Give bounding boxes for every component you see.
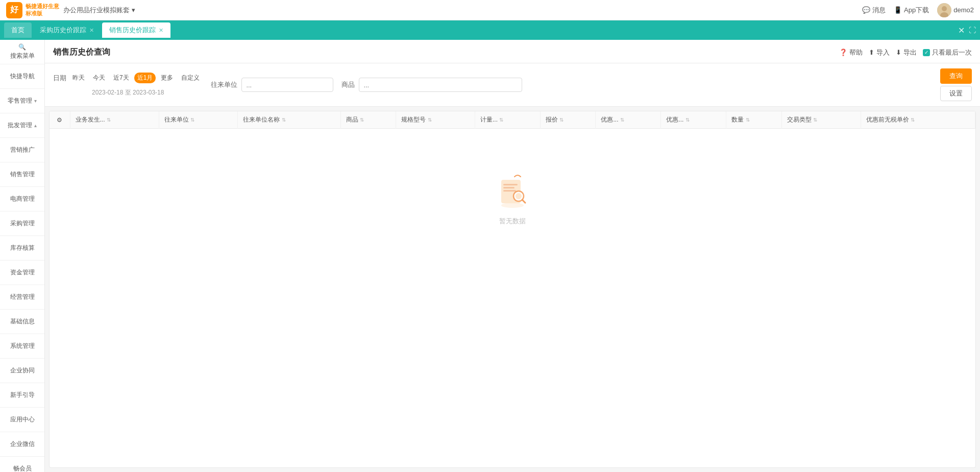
empty-text: 暂无数据 xyxy=(499,217,526,226)
content-area: 销售历史价查询 ❓ 帮助 ⬆ 导入 ⬇ 导出 ✓ 只看最后一次 xyxy=(45,40,980,472)
tabbar: 首页 采购历史价跟踪 ✕ 销售历史价跟踪 ✕ ✕ ⛶ xyxy=(0,20,980,40)
sidebar-item-ecommerce[interactable]: 电商管理 xyxy=(0,187,44,211)
table-header: ⚙ 业务发生... ⇅ 往来单位 ⇅ 往来单位名称 ⇅ xyxy=(50,111,975,129)
logo-icon: 好 xyxy=(6,2,22,18)
th-unit[interactable]: 计量... ⇅ xyxy=(475,111,541,129)
app-selector[interactable]: 办公用品行业模拟账套 ▾ xyxy=(63,6,135,15)
sort-icon[interactable]: ⇅ xyxy=(911,117,915,123)
sidebar-item-basic-info[interactable]: 基础信息 xyxy=(0,310,44,334)
empty-state: 暂无数据 xyxy=(50,129,975,267)
date-btn-yesterday[interactable]: 昨天 xyxy=(69,73,88,83)
help-button[interactable]: ❓ 帮助 xyxy=(839,48,863,57)
partner-input[interactable] xyxy=(241,78,333,92)
sort-icon[interactable]: ⇅ xyxy=(360,117,364,123)
th-discount1[interactable]: 优惠... ⇅ xyxy=(596,111,661,129)
sidebar-item-finance[interactable]: 资金管理 xyxy=(0,261,44,285)
th-quantity[interactable]: 数量 ⇅ xyxy=(726,111,782,129)
svg-rect-6 xyxy=(503,187,514,188)
sidebar-item-purchase-mgmt[interactable]: 采购管理 xyxy=(0,211,44,236)
tabbar-actions: ✕ ⛶ xyxy=(958,26,976,35)
chevron-down-icon: ▾ xyxy=(34,98,37,104)
sidebar-item-wholesale[interactable]: 批发管理 ▴ xyxy=(0,113,44,138)
sort-icon[interactable]: ⇅ xyxy=(620,117,624,123)
sidebar-item-guide[interactable]: 新手引导 xyxy=(0,383,44,408)
header-actions: ❓ 帮助 ⬆ 导入 ⬇ 导出 ✓ 只看最后一次 xyxy=(839,48,972,57)
data-table: ⚙ 业务发生... ⇅ 往来单位 ⇅ 往来单位名称 ⇅ xyxy=(50,111,975,267)
tab-purchase[interactable]: 采购历史价跟踪 ✕ xyxy=(33,22,101,38)
date-btn-custom[interactable]: 自定义 xyxy=(178,73,203,83)
date-btn-more[interactable]: 更多 xyxy=(158,73,176,83)
filter-bar: 日期 昨天 今天 近7天 近1月 更多 自定义 2023-02-18 至 202… xyxy=(45,63,980,107)
sort-icon[interactable]: ⇅ xyxy=(559,117,564,123)
chevron-up-icon: ▴ xyxy=(34,123,37,128)
table-body: 暂无数据 xyxy=(50,129,975,267)
sidebar-item-system[interactable]: 系统管理 xyxy=(0,334,44,359)
export-button[interactable]: ⬇ 导出 xyxy=(896,48,917,57)
import-button[interactable]: ⬆ 导入 xyxy=(869,48,890,57)
maximize-icon[interactable]: ⛶ xyxy=(969,26,976,34)
date-range: 2023-02-18 至 2023-03-18 xyxy=(92,88,164,97)
main-layout: 🔍 搜索菜单 快捷导航 零售管理 ▾ 批发管理 ▴ 营销推广 销售管理 电商管理… xyxy=(0,40,980,472)
only-last-checkbox[interactable]: ✓ 只看最后一次 xyxy=(923,48,972,57)
tab-sales[interactable]: 销售历史价跟踪 ✕ xyxy=(102,22,170,38)
sidebar-item-marketing[interactable]: 营销推广 xyxy=(0,138,44,162)
svg-point-3 xyxy=(501,203,524,208)
svg-point-1 xyxy=(942,6,947,11)
sidebar-item-search[interactable]: 🔍 搜索菜单 xyxy=(0,40,44,64)
sort-icon[interactable]: ⇅ xyxy=(282,117,286,123)
date-label: 日期 xyxy=(53,74,66,83)
goods-label: 商品 xyxy=(341,80,355,89)
tab-sales-close[interactable]: ✕ xyxy=(159,27,163,34)
sidebar-item-corp-wechat[interactable]: 企业微信 xyxy=(0,432,44,457)
table-area: ⚙ 业务发生... ⇅ 往来单位 ⇅ 往来单位名称 ⇅ xyxy=(49,111,976,468)
user-profile[interactable]: demo2 xyxy=(937,3,974,17)
th-spec[interactable]: 规格型号 ⇅ xyxy=(396,111,475,129)
sidebar-item-sales-mgmt[interactable]: 销售管理 xyxy=(0,162,44,187)
sort-icon[interactable]: ⇅ xyxy=(428,117,432,123)
goods-input[interactable] xyxy=(359,78,522,92)
sort-icon[interactable]: ⇅ xyxy=(685,117,690,123)
sort-icon[interactable]: ⇅ xyxy=(190,117,194,123)
svg-point-9 xyxy=(516,193,522,199)
date-btn-7days[interactable]: 近7天 xyxy=(110,73,132,83)
partner-label: 往来单位 xyxy=(211,80,237,89)
close-all-icon[interactable]: ✕ xyxy=(958,26,965,35)
svg-rect-7 xyxy=(503,190,516,192)
empty-icon xyxy=(492,170,533,210)
avatar xyxy=(937,3,951,17)
sidebar-item-quick-nav[interactable]: 快捷导航 xyxy=(0,64,44,89)
sort-icon[interactable]: ⇅ xyxy=(499,117,503,123)
message-item[interactable]: 💬 消息 xyxy=(862,6,886,15)
th-settings[interactable]: ⚙ xyxy=(50,111,70,129)
date-btn-1month[interactable]: 近1月 xyxy=(134,73,156,83)
sidebar-item-retail[interactable]: 零售管理 ▾ xyxy=(0,89,44,113)
sidebar-item-vip[interactable]: 畅会员 xyxy=(0,457,44,472)
tab-purchase-close[interactable]: ✕ xyxy=(89,27,94,34)
th-goods[interactable]: 商品 ⇅ xyxy=(340,111,396,129)
sidebar-item-app-center[interactable]: 应用中心 xyxy=(0,408,44,432)
th-partner-code[interactable]: 往来单位 ⇅ xyxy=(159,111,238,129)
th-partner-name[interactable]: 往来单位名称 ⇅ xyxy=(238,111,340,129)
query-button[interactable]: 查询 xyxy=(940,68,972,84)
export-icon: ⬇ xyxy=(896,49,901,56)
mobile-icon: 📱 xyxy=(894,6,902,14)
sort-icon[interactable]: ⇅ xyxy=(107,117,111,123)
app-download-item[interactable]: 📱 App下载 xyxy=(894,6,929,15)
sidebar: 🔍 搜索菜单 快捷导航 零售管理 ▾ 批发管理 ▴ 营销推广 销售管理 电商管理… xyxy=(0,40,45,472)
th-discount2[interactable]: 优惠... ⇅ xyxy=(661,111,726,129)
goods-filter-group: 商品 ... xyxy=(341,78,522,92)
sidebar-item-operation[interactable]: 经营管理 xyxy=(0,285,44,310)
page-title: 销售历史价查询 xyxy=(53,47,110,58)
sort-icon[interactable]: ⇅ xyxy=(746,117,750,123)
date-btn-today[interactable]: 今天 xyxy=(90,73,108,83)
sort-icon[interactable]: ⇅ xyxy=(813,117,817,123)
th-trade-type[interactable]: 交易类型 ⇅ xyxy=(781,111,861,129)
th-pretax-price[interactable]: 优惠前无税单价 ⇅ xyxy=(861,111,975,129)
sidebar-item-enterprise[interactable]: 企业协同 xyxy=(0,359,44,383)
tab-home[interactable]: 首页 xyxy=(4,22,32,38)
th-quote[interactable]: 报价 ⇅ xyxy=(540,111,596,129)
sidebar-item-inventory[interactable]: 库存核算 xyxy=(0,236,44,261)
th-biz-date[interactable]: 业务发生... ⇅ xyxy=(70,111,159,129)
settings-button[interactable]: 设置 xyxy=(940,86,972,101)
message-icon: 💬 xyxy=(862,6,870,14)
